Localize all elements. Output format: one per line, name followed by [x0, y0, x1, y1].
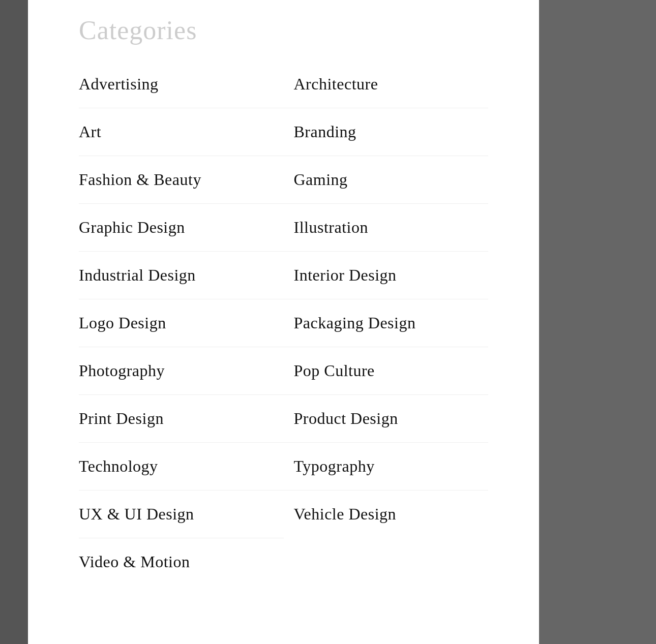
category-link[interactable]: Advertising — [79, 75, 159, 93]
category-link[interactable]: Architecture — [294, 75, 378, 93]
background-left — [0, 0, 28, 644]
list-item[interactable]: Fashion & Beauty — [79, 156, 284, 204]
list-item[interactable]: Typography — [284, 443, 489, 490]
list-item[interactable]: Gaming — [284, 156, 489, 204]
list-item[interactable]: Graphic Design — [79, 204, 284, 252]
list-item[interactable]: Product Design — [284, 395, 489, 443]
category-link[interactable]: Video & Motion — [79, 553, 190, 571]
category-link[interactable]: Gaming — [294, 170, 348, 189]
category-link[interactable]: Art — [79, 122, 101, 141]
category-link[interactable]: UX & UI Design — [79, 505, 194, 523]
category-link[interactable]: Vehicle Design — [294, 505, 397, 523]
list-item[interactable]: Print Design — [79, 395, 284, 443]
categories-title: Categories — [79, 15, 488, 45]
category-link[interactable]: Pop Culture — [294, 361, 375, 380]
category-link[interactable]: Packaging Design — [294, 314, 416, 332]
category-link[interactable]: Product Design — [294, 409, 398, 427]
category-link[interactable]: Technology — [79, 457, 158, 475]
category-link[interactable]: Branding — [294, 122, 356, 141]
categories-modal: Categories AdvertisingArtFashion & Beaut… — [28, 0, 539, 644]
list-item[interactable]: Vehicle Design — [284, 490, 489, 538]
list-item[interactable]: UX & UI Design — [79, 490, 284, 538]
list-item[interactable]: Logo Design — [79, 299, 284, 347]
category-link[interactable]: Fashion & Beauty — [79, 170, 201, 189]
category-link[interactable]: Graphic Design — [79, 218, 185, 236]
categories-left-column: AdvertisingArtFashion & BeautyGraphic De… — [79, 60, 284, 624]
list-item[interactable]: Art — [79, 108, 284, 156]
category-link[interactable]: Photography — [79, 361, 165, 380]
category-link[interactable]: Interior Design — [294, 266, 397, 284]
list-item[interactable]: Interior Design — [284, 252, 489, 299]
category-link[interactable]: Print Design — [79, 409, 164, 427]
category-link[interactable]: Illustration — [294, 218, 368, 236]
list-item[interactable]: Architecture — [284, 60, 489, 108]
list-item[interactable]: Illustration — [284, 204, 489, 252]
list-item[interactable]: Video & Motion — [79, 538, 284, 586]
list-item[interactable]: Technology — [79, 443, 284, 490]
category-link[interactable]: Industrial Design — [79, 266, 196, 284]
list-item[interactable]: Packaging Design — [284, 299, 489, 347]
categories-right-column: ArchitectureBrandingGamingIllustrationIn… — [284, 60, 489, 624]
list-item[interactable]: Branding — [284, 108, 489, 156]
list-item[interactable]: Advertising — [79, 60, 284, 108]
list-item[interactable]: Pop Culture — [284, 347, 489, 395]
categories-grid: AdvertisingArtFashion & BeautyGraphic De… — [79, 60, 488, 624]
category-link[interactable]: Logo Design — [79, 314, 166, 332]
category-link[interactable]: Typography — [294, 457, 375, 475]
list-item[interactable]: Photography — [79, 347, 284, 395]
background-right — [539, 0, 656, 644]
list-item[interactable]: Industrial Design — [79, 252, 284, 299]
